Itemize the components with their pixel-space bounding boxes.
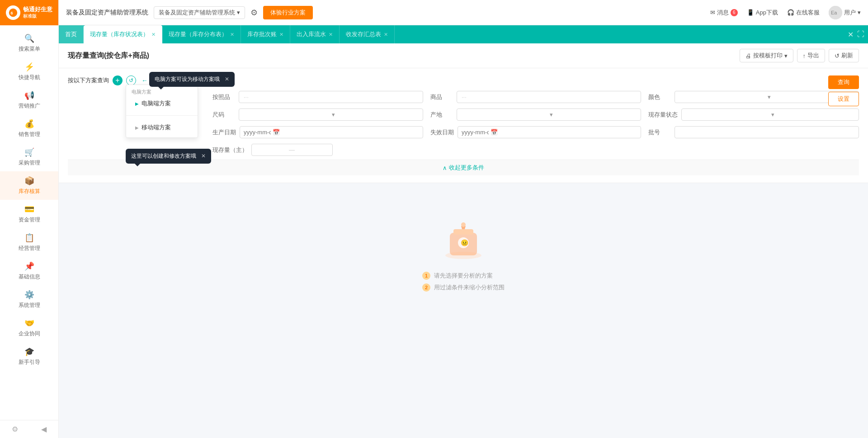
sidebar-item-search[interactable]: 🔍 搜索菜单 <box>0 29 58 57</box>
export-btn[interactable]: ↑ 导出 <box>797 49 826 62</box>
settings-btn[interactable]: 设置 <box>828 92 859 106</box>
scheme-item-mobile[interactable]: ▶ 移动端方案 <box>132 121 192 134</box>
sidebar-item-marketing[interactable]: 📢 营销推广 <box>0 86 58 114</box>
header-right: ✉ 消息 6 📱 App下载 🎧 在线客服 Ea 用户 ▾ <box>710 6 861 19</box>
calendar-start-icon: 📅 <box>273 129 280 136</box>
filter-action-btns: 查询 设置 <box>828 75 859 106</box>
calendar-end-icon: 📅 <box>491 129 498 136</box>
sidebar-item-basic[interactable]: 📌 基础信息 <box>0 257 58 285</box>
batch-input[interactable] <box>675 126 859 138</box>
product-input[interactable]: ··· <box>457 91 641 103</box>
print-template-btn[interactable]: 🖨 按模板打印 ▾ <box>740 49 793 62</box>
tab-maximize-btn[interactable]: ⛶ <box>857 30 864 38</box>
system-selector[interactable]: 装备及固定资产辅助管理系统 ▾ <box>154 6 245 19</box>
expiry-date-start[interactable] <box>462 129 489 136</box>
settings-bottom-btn[interactable]: ⚙ <box>12 425 18 433</box>
svg-point-0 <box>9 9 17 17</box>
empty-step-2: 2 用过滤条件来缩小分析范围 <box>422 283 505 292</box>
stock-status-select[interactable]: ▾ <box>681 108 859 121</box>
chevron-down-icon: ▾ <box>858 9 861 16</box>
message-icon: ✉ <box>710 9 715 16</box>
scheme-divider <box>126 115 198 116</box>
expiry-date-range[interactable]: 📅 <box>458 126 641 138</box>
page-header: 现存量查询(按仓库+商品) 🖨 按模板打印 ▾ ↑ 导出 ↺ 刷新 <box>59 43 868 68</box>
sidebar-item-inventory[interactable]: 📦 库存核算 <box>0 171 58 200</box>
app-download-btn[interactable]: 📱 App下载 <box>747 9 778 17</box>
tab-close-icon[interactable]: ✕ <box>151 32 156 38</box>
filter-add-btn[interactable]: + <box>113 75 123 85</box>
header: 装备及固定资产辅助管理系统 装备及固定资产辅助管理系统 ▾ ⚙ 体验行业方案 ✉… <box>59 0 868 25</box>
guide-icon: 🎓 <box>24 347 34 357</box>
sidebar-item-sales[interactable]: 💰 销售管理 <box>0 114 58 143</box>
svg-text:6: 6 <box>11 11 13 15</box>
refresh-btn[interactable]: ↺ 刷新 <box>829 49 859 62</box>
basic-icon: 📌 <box>24 261 34 271</box>
operation-icon: 📋 <box>24 233 34 243</box>
tab-close-icon[interactable]: ✕ <box>279 32 283 38</box>
svg-point-10 <box>461 222 466 227</box>
tab-bar: 首页 现存量（库存状况表） ✕ 现存量（库存分布表） ✕ 库存批次账 ✕ 出入库… <box>59 25 868 43</box>
field-expiry-date: 失效日期 📅 <box>430 126 641 138</box>
filter-refresh-btn[interactable]: ↺ <box>126 75 136 85</box>
stock-qty-min[interactable] <box>255 146 287 153</box>
headset-icon: 🎧 <box>787 9 794 16</box>
tab-inventory-status[interactable]: 现存量（库存状况表） ✕ <box>84 25 162 43</box>
user-area[interactable]: Ea 用户 ▾ <box>829 6 861 19</box>
pc-scheme-label: 电脑方案 <box>132 89 192 95</box>
filter-arrow-btn[interactable]: ← <box>140 75 150 85</box>
tab-inventory-dist[interactable]: 现存量（库存分布表） ✕ <box>162 25 241 43</box>
tab-batch-account[interactable]: 库存批次账 ✕ <box>241 25 290 43</box>
production-date-range[interactable]: 📅 <box>240 126 423 138</box>
scheme-item-pc[interactable]: ▶ 电脑端方案 <box>132 97 192 110</box>
filter-row-4: 现存量（主） — <box>212 144 859 156</box>
sidebar-item-purchase[interactable]: 🛒 采购管理 <box>0 143 58 171</box>
empty-state: 😐 1 请先选择要分析的方案 2 用过滤条件来缩小分析范围 <box>59 183 868 328</box>
collapse-sidebar-btn[interactable]: ◀ <box>41 425 47 433</box>
avatar: Ea <box>829 6 842 19</box>
tab-close-icon[interactable]: ✕ <box>230 32 234 38</box>
category-input[interactable]: ··· <box>239 91 423 103</box>
field-stock-status: 现存量状态 ▾ <box>648 108 859 121</box>
tab-close-icon[interactable]: ✕ <box>329 32 333 38</box>
empty-illustration: 😐 <box>436 219 491 264</box>
sidebar-item-operation[interactable]: 📋 经营管理 <box>0 228 58 257</box>
sidebar-item-quick[interactable]: ⚡ 快捷导航 <box>0 57 58 86</box>
message-btn[interactable]: ✉ 消息 6 <box>710 9 738 17</box>
export-icon: ↑ <box>803 52 806 59</box>
sidebar-bottom: ⚙ ◀ <box>0 420 58 438</box>
production-date-start[interactable] <box>244 129 271 136</box>
trial-btn[interactable]: 体验行业方案 <box>263 6 313 19</box>
sidebar-item-enterprise[interactable]: 🤝 企业协同 <box>0 314 58 342</box>
online-support-btn[interactable]: 🎧 在线客服 <box>787 9 820 17</box>
svg-text:Ea: Ea <box>831 10 837 15</box>
tab-close-icon[interactable]: ✕ <box>384 32 388 38</box>
query-btn[interactable]: 查询 <box>828 75 859 89</box>
origin-select[interactable]: ▾ <box>457 108 641 121</box>
phone-icon: 📱 <box>747 9 754 16</box>
tab-home[interactable]: 首页 <box>59 25 84 43</box>
settings-icon[interactable]: ⚙ <box>250 8 258 18</box>
tooltip-close-btn[interactable]: ✕ <box>225 76 229 82</box>
stock-qty-range[interactable]: — <box>251 144 333 156</box>
system-name: 装备及固定资产辅助管理系统 <box>66 9 148 17</box>
sidebar-item-guide[interactable]: 🎓 新手引导 <box>0 342 58 371</box>
batch-text-input[interactable] <box>679 129 854 136</box>
tab-bar-end: ✕ ⛶ <box>848 30 868 39</box>
stock-qty-max[interactable] <box>297 146 328 153</box>
tab-close-all-btn[interactable]: ✕ <box>848 30 854 39</box>
enterprise-icon: 🤝 <box>24 318 34 328</box>
search-icon: 🔍 <box>24 33 34 43</box>
empty-step-1: 1 请先选择要分析的方案 <box>422 272 505 280</box>
size-select[interactable]: ▾ <box>239 108 423 121</box>
edit-tooltip-close-btn[interactable]: ✕ <box>201 153 206 159</box>
svg-text:😐: 😐 <box>461 239 469 247</box>
sidebar: 6 畅通好生意 标准版 🔍 搜索菜单 ⚡ 快捷导航 📢 营销推广 💰 销售管理 … <box>0 0 59 438</box>
sidebar-item-system[interactable]: ⚙️ 系统管理 <box>0 285 58 314</box>
sidebar-item-finance[interactable]: 💳 资金管理 <box>0 200 58 228</box>
tooltip-mobile-scheme: 电脑方案可设为移动方案哦 ✕ <box>149 72 235 87</box>
field-size: 尺码 ▾ <box>212 108 423 121</box>
empty-text: 1 请先选择要分析的方案 2 用过滤条件来缩小分析范围 <box>422 272 505 292</box>
tab-in-out-flow[interactable]: 出入库流水 ✕ <box>290 25 340 43</box>
tab-receive-summary[interactable]: 收发存汇总表 ✕ <box>340 25 395 43</box>
logo-text: 畅通好生意 标准版 <box>23 6 52 19</box>
